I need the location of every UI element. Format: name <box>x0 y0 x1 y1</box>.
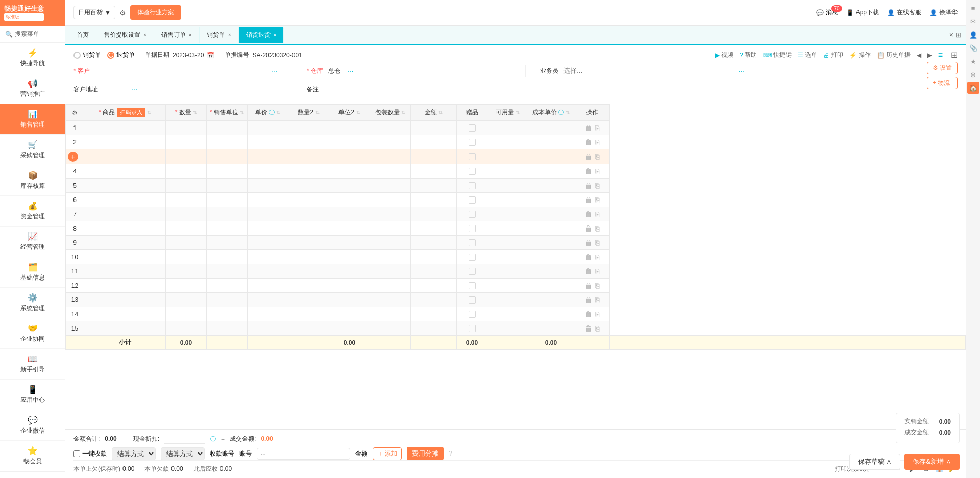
scan-input-btn[interactable]: 扫码录入 <box>117 108 145 117</box>
copy-row-icon-15[interactable]: ⎘ <box>595 324 599 333</box>
tab-sales-return[interactable]: 销货退货 × <box>239 27 284 43</box>
cell-unit2-5[interactable] <box>329 179 370 193</box>
table-gear-icon[interactable]: ⚙ <box>72 109 78 116</box>
cell-qty2-14[interactable] <box>288 307 329 321</box>
cell-avail-5[interactable] <box>487 179 528 193</box>
cell-qty-12[interactable] <box>166 279 207 293</box>
right-icon-4[interactable]: 📎 <box>967 42 979 54</box>
search-menu[interactable]: 🔍 搜索菜单 <box>0 26 65 43</box>
view-list-icon[interactable]: ≡ <box>938 51 943 60</box>
cell-product-9[interactable] <box>84 236 166 250</box>
delete-row-icon-12[interactable]: 🗑 <box>585 282 592 290</box>
cell-pkg-12[interactable] <box>370 279 411 293</box>
cell-cost-13[interactable] <box>528 293 574 307</box>
cell-pkg-13[interactable] <box>370 293 411 307</box>
cell-qty2-13[interactable] <box>288 293 329 307</box>
cell-price-3[interactable] <box>248 149 288 164</box>
cell-gift-8[interactable] <box>457 221 487 236</box>
copy-row-icon-5[interactable]: ⎘ <box>595 182 599 190</box>
cell-gift-11[interactable] <box>457 264 487 279</box>
cell-unit-1[interactable] <box>207 121 248 135</box>
sidebar-item-jichu[interactable]: 🗂️ 基础信息 <box>0 257 65 288</box>
cell-amount-4[interactable] <box>411 164 457 179</box>
cell-avail-13[interactable] <box>487 293 528 307</box>
sidebar-item-yingxiao[interactable]: 📢 营销推广 <box>0 73 65 104</box>
cell-amount-15[interactable] <box>411 321 457 336</box>
cell-unit-9[interactable] <box>207 236 248 250</box>
cell-price-5[interactable] <box>248 179 288 193</box>
action-help[interactable]: ? 帮助 <box>740 51 757 59</box>
cell-product-12[interactable] <box>84 279 166 293</box>
cell-amount-11[interactable] <box>411 264 457 279</box>
copy-row-icon-4[interactable]: ⎘ <box>595 167 599 175</box>
cell-price-8[interactable] <box>248 221 288 236</box>
gift-checkbox-9[interactable] <box>469 239 476 246</box>
cell-price-12[interactable] <box>248 279 288 293</box>
cell-gift-2[interactable] <box>457 135 487 149</box>
tab-price-setting[interactable]: 售价提取设置 × <box>96 27 154 43</box>
cell-avail-14[interactable] <box>487 307 528 321</box>
sidebar-item-huiyuan[interactable]: ⭐ 畅会员 <box>0 441 65 471</box>
cell-cost-7[interactable] <box>528 207 574 221</box>
cell-qty-14[interactable] <box>166 307 207 321</box>
cell-qty-10[interactable] <box>166 250 207 264</box>
cell-unit2-7[interactable] <box>329 207 370 221</box>
cell-product-11[interactable] <box>84 264 166 279</box>
cell-qty2-11[interactable] <box>288 264 329 279</box>
cell-price-13[interactable] <box>248 293 288 307</box>
amount-sort-icon[interactable]: ⇅ <box>438 110 443 115</box>
cell-pkg-10[interactable] <box>370 250 411 264</box>
cell-qty-13[interactable] <box>166 293 207 307</box>
unit2-sort-icon[interactable]: ⇅ <box>356 110 360 115</box>
one-click-pay-checkbox[interactable]: 一键收款 <box>74 449 107 458</box>
radio-return[interactable]: 退货单 <box>107 51 135 59</box>
cell-amount-2[interactable] <box>411 135 457 149</box>
delete-row-icon-2[interactable]: 🗑 <box>585 138 592 146</box>
cell-unit2-4[interactable] <box>329 164 370 179</box>
date-value[interactable]: 2023-03-20 <box>173 52 204 59</box>
copy-row-icon-11[interactable]: ⎘ <box>595 267 599 275</box>
cell-pkg-1[interactable] <box>370 121 411 135</box>
cell-unit2-9[interactable] <box>329 236 370 250</box>
copy-row-icon-10[interactable]: ⎘ <box>595 253 599 261</box>
cell-gift-5[interactable] <box>457 179 487 193</box>
product-input-3[interactable] <box>86 152 163 162</box>
cell-unit-8[interactable] <box>207 221 248 236</box>
cell-gift-3[interactable] <box>457 149 487 164</box>
cell-price-4[interactable] <box>248 164 288 179</box>
sidebar-item-jingying[interactable]: 📈 经营管理 <box>0 227 65 257</box>
cell-qty2-7[interactable] <box>288 207 329 221</box>
copy-row-icon-3[interactable]: ⎘ <box>595 153 599 161</box>
delete-row-icon-6[interactable]: 🗑 <box>585 196 592 204</box>
cost-sort-icon[interactable]: ⇅ <box>566 110 570 115</box>
cell-price-14[interactable] <box>248 307 288 321</box>
cell-product-6[interactable] <box>84 193 166 207</box>
logistics-btn[interactable]: + 物流 <box>927 77 958 89</box>
action-select[interactable]: ☰ 选单 <box>798 51 817 59</box>
save-draft-btn[interactable]: 保存草稿 ∧ <box>849 454 901 470</box>
action-history[interactable]: 📋 历史单据 <box>877 51 911 59</box>
cell-avail-3[interactable] <box>487 149 528 164</box>
copy-row-icon-2[interactable]: ⎘ <box>595 138 599 146</box>
delete-row-icon-10[interactable]: 🗑 <box>585 253 592 261</box>
cell-unit2-13[interactable] <box>329 293 370 307</box>
copy-row-icon-14[interactable]: ⎘ <box>595 310 599 318</box>
cell-avail-2[interactable] <box>487 135 528 149</box>
cell-pkg-7[interactable] <box>370 207 411 221</box>
prev-history-icon[interactable]: ◀ <box>917 52 921 59</box>
sidebar-item-qiye[interactable]: 🤝 企业协同 <box>0 318 65 349</box>
radio-delivery[interactable]: 销货单 <box>74 51 101 59</box>
cell-amount-14[interactable] <box>411 307 457 321</box>
cell-gift-12[interactable] <box>457 279 487 293</box>
cell-qty-5[interactable] <box>166 179 207 193</box>
right-icon-1[interactable]: ≡ <box>967 2 979 14</box>
cell-pkg-8[interactable] <box>370 221 411 236</box>
footer-help-icon[interactable]: ? <box>449 450 452 457</box>
cell-cost-3[interactable] <box>528 149 574 164</box>
add-row-btn[interactable]: + <box>68 152 78 162</box>
cell-product-8[interactable] <box>84 221 166 236</box>
settings-btn[interactable]: ⚙ 设置 <box>927 62 958 74</box>
cell-amount-5[interactable] <box>411 179 457 193</box>
cell-qty2-9[interactable] <box>288 236 329 250</box>
addr-select-icon[interactable]: ··· <box>132 85 138 93</box>
